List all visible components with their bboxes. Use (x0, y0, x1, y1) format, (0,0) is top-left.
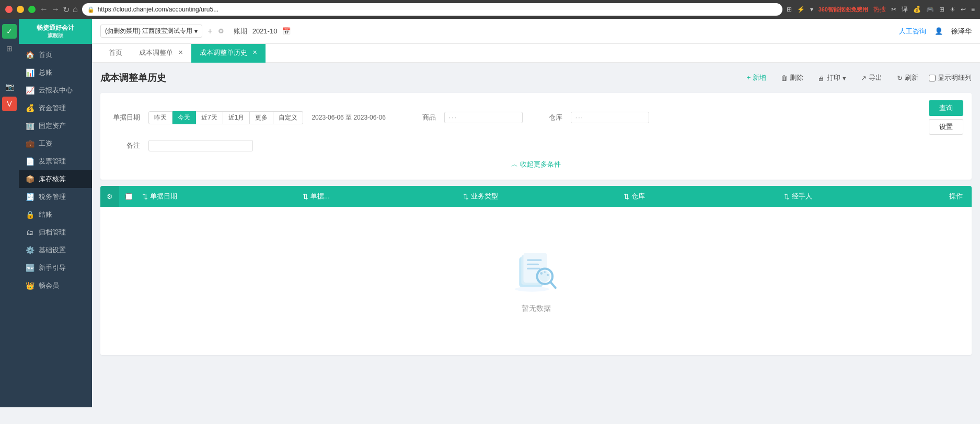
th-type[interactable]: ⇅ 业务类型 (459, 192, 619, 201)
query-button[interactable]: 查询 (929, 100, 963, 116)
sidebar-item-fixed-assets[interactable]: 🏢 固定资产 (19, 117, 92, 135)
column-settings-button[interactable]: ⚙ (100, 186, 119, 207)
date-range: 2023-06-06 至 2023-06-06 (312, 113, 385, 122)
date-btn-more[interactable]: 更多 (250, 111, 273, 124)
icon-sidebar-item-2[interactable]: 📷 (2, 79, 17, 94)
sidebar-item-home[interactable]: 🏠 首页 (19, 46, 92, 64)
tax-icon: 🧾 (25, 193, 34, 201)
browser-close[interactable] (5, 6, 13, 13)
date-btn-yesterday[interactable]: 昨天 (148, 111, 172, 124)
apps-icon[interactable]: ⊞ (939, 6, 944, 13)
sidebar-label-home: 首页 (39, 50, 52, 60)
th-number[interactable]: ⇅ 单据... (298, 192, 459, 201)
tab-home[interactable]: 首页 (100, 44, 131, 63)
note-input[interactable] (148, 140, 253, 151)
close-tab-cost-adjust-history[interactable]: ✕ (252, 49, 257, 56)
date-btn-today[interactable]: 今天 (172, 111, 196, 124)
sidebar-label-archive: 归档管理 (39, 228, 66, 237)
warehouse-select[interactable]: ··· (571, 112, 649, 123)
translate-icon[interactable]: 译 (902, 5, 908, 14)
content-area: (勿删勿禁用) 江西服宝测试专用 ▾ + ⚙ 账期 2021-10 📅 人工咨询… (92, 19, 980, 407)
note-filter-label: 备注 (109, 141, 140, 150)
close-tab-cost-adjust[interactable]: ✕ (178, 49, 183, 56)
tab-cost-adjust[interactable]: 成本调整单✕ (131, 44, 191, 63)
chevron-icon[interactable]: ▾ (810, 6, 813, 13)
goods-filter-label: 商品 (405, 113, 436, 122)
reload-icon[interactable]: ↻ (63, 5, 70, 15)
sidebar-item-inventory[interactable]: 📦 库存核算 (19, 170, 92, 188)
print-button[interactable]: 🖨 打印 ▾ (814, 71, 850, 85)
coin-icon[interactable]: 💰 (913, 6, 921, 13)
company-select[interactable]: (勿删勿禁用) 江西服宝测试专用 ▾ (100, 25, 202, 38)
warehouse-filter-label: 仓库 (531, 113, 562, 122)
empty-text: 暂无数据 (522, 304, 551, 313)
calendar-icon[interactable]: 📅 (282, 27, 291, 35)
forward-icon[interactable]: → (51, 5, 60, 14)
show-columns-label[interactable]: 显示明细列 (929, 73, 972, 83)
fixed-assets-icon: 🏢 (25, 122, 34, 130)
search-tool[interactable]: 360智能抠图免费用 (818, 6, 868, 14)
show-columns-checkbox[interactable] (929, 75, 936, 81)
back-icon[interactable]: ← (40, 5, 48, 14)
new-button[interactable]: + 新增 (743, 71, 770, 85)
home-icon: 🏠 (25, 51, 34, 59)
date-btn-custom[interactable]: 自定义 (273, 111, 303, 124)
brightness-icon[interactable]: ☀ (950, 6, 955, 13)
sidebar-item-fund[interactable]: 💰 资金管理 (19, 99, 92, 117)
grid-icon[interactable]: ⊞ (787, 6, 792, 13)
export-button[interactable]: ↗ 导出 (857, 71, 886, 85)
sidebar-item-settings[interactable]: ⚙️ 基础设置 (19, 241, 92, 259)
refresh-button[interactable]: ↻ 刷新 (893, 71, 923, 85)
sidebar-item-archive[interactable]: 🗂 归档管理 (19, 223, 92, 241)
th-date-label: ⇅ (142, 193, 148, 201)
sidebar-item-closing[interactable]: 🔒 结账 (19, 206, 92, 223)
date-btn-7days[interactable]: 近7天 (196, 111, 223, 124)
th-type-sort-icon: ⇅ (463, 193, 469, 201)
sidebar-item-salary[interactable]: 💼 工资 (19, 135, 92, 152)
settings-company-icon[interactable]: ⚙ (218, 27, 224, 35)
browser-max[interactable] (28, 6, 36, 13)
game-icon[interactable]: 🎮 (926, 6, 934, 13)
sidebar-label-closing: 结账 (39, 210, 52, 219)
sidebar-item-guide[interactable]: 🆕 新手引导 (19, 259, 92, 277)
refresh-icon: ↻ (897, 74, 903, 82)
invoice-icon: 📄 (25, 157, 34, 166)
select-all-checkbox-cell[interactable] (119, 193, 138, 200)
th-handler[interactable]: ⇅ 经手人 (780, 192, 940, 201)
page-header: 成本调整单历史 + 新增 🗑 删除 🖨 打印 ▾ ↗ 导出 (100, 71, 972, 85)
select-all-checkbox[interactable] (125, 193, 132, 200)
browser-nav: ← → ↻ ⌂ (40, 5, 78, 15)
home-nav-icon[interactable]: ⌂ (73, 5, 78, 14)
tab-cost-adjust-history[interactable]: 成本调整单历史✕ (191, 44, 266, 63)
date-btn-1month[interactable]: 近1月 (223, 111, 250, 124)
th-date[interactable]: ⇅ 单据日期 (138, 192, 298, 201)
print-chevron-icon: ▾ (843, 74, 846, 82)
icon-sidebar-item-1[interactable]: ⊞ (2, 41, 17, 56)
sidebar-item-reports[interactable]: 📈 云报表中心 (19, 81, 92, 99)
sidebar-item-member[interactable]: 👑 畅会员 (19, 277, 92, 295)
undo-icon[interactable]: ↩ (961, 6, 966, 13)
table-header: ⚙ ⇅ 单据日期 ⇅ 单据... ⇅ 业务类型 (100, 186, 972, 207)
sidebar-item-invoice[interactable]: 📄 发票管理 (19, 152, 92, 170)
lightning-icon[interactable]: ⚡ (797, 6, 805, 13)
sidebar-label-reports: 云报表中心 (39, 86, 73, 95)
address-bar[interactable]: 🔒 https://cloud.chanjet.com/accounting/u… (82, 3, 782, 16)
app-container: ✓ ⊞ 📷 V 畅捷通好会计 旗舰版 🏠 首页 📊 总账 📈 云报表中心 💰 资… (0, 19, 980, 407)
export-icon: ↗ (861, 74, 867, 82)
sidebar-item-tax[interactable]: 🧾 税务管理 (19, 188, 92, 206)
collapse-button[interactable]: ︿ 收起更多条件 (511, 157, 561, 172)
empty-state: 暂无数据 (100, 207, 972, 355)
browser-min[interactable] (17, 6, 24, 13)
scissors-icon[interactable]: ✂ (891, 6, 896, 13)
add-company-icon[interactable]: + (207, 27, 212, 36)
icon-sidebar-item-3[interactable]: V (2, 97, 17, 111)
menu-icon[interactable]: ≡ (971, 6, 975, 13)
service-link[interactable]: 人工咨询 (899, 27, 926, 36)
delete-button[interactable]: 🗑 删除 (777, 71, 808, 85)
setting-button[interactable]: 设置 (929, 119, 963, 135)
icon-sidebar-active[interactable]: ✓ (2, 24, 17, 39)
sidebar-item-ledger[interactable]: 📊 总账 (19, 64, 92, 81)
inventory-icon: 📦 (25, 175, 34, 183)
th-warehouse[interactable]: ⇅ 仓库 (619, 192, 780, 201)
goods-select[interactable]: ··· (444, 112, 523, 123)
